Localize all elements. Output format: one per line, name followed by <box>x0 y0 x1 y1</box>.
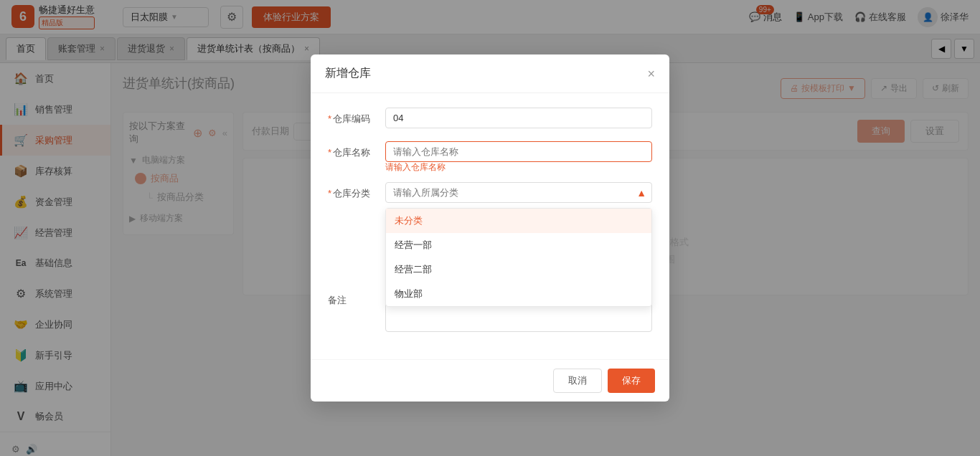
code-field-row: 仓库编码 <box>328 108 652 128</box>
dropdown-item-property[interactable]: 物业部 <box>386 282 651 306</box>
name-field-row: 仓库名称 请输入仓库名称 <box>328 141 652 162</box>
category-field-row: 仓库分类 ▲ 未分类 经营一部 经营二部 物业部 <box>328 182 652 203</box>
category-dropdown: 未分类 经营一部 经营二部 物业部 <box>385 208 652 307</box>
category-input[interactable] <box>385 182 652 203</box>
dropdown-item-dept1[interactable]: 经营一部 <box>386 233 651 257</box>
modal-overlay: 新增仓库 × 仓库编码 仓库名称 请输入仓库名称 仓库分类 ▲ <box>0 0 980 456</box>
add-warehouse-modal: 新增仓库 × 仓库编码 仓库名称 请输入仓库名称 仓库分类 ▲ <box>311 54 669 402</box>
save-button[interactable]: 保存 <box>608 369 655 393</box>
code-input[interactable] <box>385 108 652 128</box>
code-label: 仓库编码 <box>328 108 385 125</box>
category-label: 仓库分类 <box>328 182 385 200</box>
modal-title: 新增仓库 <box>325 66 371 81</box>
name-input[interactable] <box>385 141 652 162</box>
modal-footer: 取消 保存 <box>311 359 669 402</box>
category-toggle-icon[interactable]: ▲ <box>636 187 646 199</box>
notes-label: 备注 <box>328 289 385 307</box>
modal-close-button[interactable]: × <box>647 67 655 80</box>
modal-header: 新增仓库 × <box>311 54 669 93</box>
category-input-wrapper: ▲ <box>385 182 652 203</box>
name-error-msg: 请输入仓库名称 <box>385 161 446 174</box>
name-label: 仓库名称 <box>328 141 385 159</box>
cancel-button[interactable]: 取消 <box>553 369 602 393</box>
modal-body: 仓库编码 仓库名称 请输入仓库名称 仓库分类 ▲ 未分类 经营一部 <box>311 93 669 359</box>
dropdown-item-uncategorized[interactable]: 未分类 <box>386 209 651 233</box>
dropdown-item-dept2[interactable]: 经营二部 <box>386 257 651 282</box>
